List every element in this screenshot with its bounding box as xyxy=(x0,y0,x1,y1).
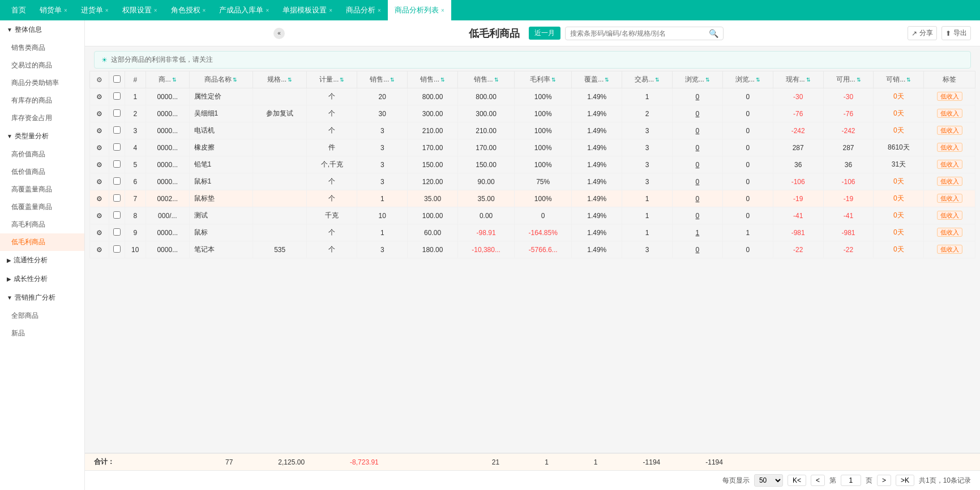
col-sales-price[interactable]: 销售...⇅ xyxy=(408,71,458,88)
nav-product-analysis-list-close[interactable]: × xyxy=(441,7,444,14)
nav-template-settings-close[interactable]: × xyxy=(329,7,332,14)
cell-checkbox[interactable] xyxy=(109,173,125,190)
nav-product-analysis[interactable]: 商品分析 × xyxy=(339,0,388,20)
nav-purchase[interactable]: 进货单 × xyxy=(74,0,115,20)
select-all-checkbox[interactable] xyxy=(113,75,121,83)
browse1-link[interactable]: 1 xyxy=(696,229,700,237)
col-spec[interactable]: 规格...⇅ xyxy=(253,71,307,88)
row-checkbox[interactable] xyxy=(113,228,121,236)
cell-browse1[interactable]: 0 xyxy=(673,190,723,207)
nav-product-analysis-list[interactable]: 商品分析列表 × xyxy=(388,0,451,20)
sidebar-item-traded-products[interactable]: 交易过的商品 xyxy=(0,57,84,74)
cell-browse1[interactable]: 0 xyxy=(673,241,723,258)
row-checkbox[interactable] xyxy=(113,143,121,151)
sidebar-item-high-value[interactable]: 高价值商品 xyxy=(0,146,84,163)
nav-home[interactable]: 首页 xyxy=(5,0,33,20)
col-current-stock[interactable]: 现有...⇅ xyxy=(773,71,823,88)
nav-roles[interactable]: 角色授权 × xyxy=(164,0,213,20)
cell-settings[interactable]: ⚙ xyxy=(90,122,109,139)
per-page-select[interactable]: 50 100 xyxy=(754,474,783,487)
sidebar-item-low-value[interactable]: 低价值商品 xyxy=(0,163,84,181)
sidebar-section-circulation[interactable]: ▶ 流通性分析 xyxy=(0,251,84,270)
cell-checkbox[interactable] xyxy=(109,190,125,207)
browse1-link[interactable]: 0 xyxy=(696,144,700,152)
cell-browse1[interactable]: 0 xyxy=(673,173,723,190)
gear-icon[interactable]: ⚙ xyxy=(96,178,102,186)
row-checkbox[interactable] xyxy=(113,245,121,253)
sidebar-item-high-margin[interactable]: 高毛利商品 xyxy=(0,216,84,233)
nav-permissions-close[interactable]: × xyxy=(154,7,157,14)
search-input[interactable] xyxy=(570,29,709,37)
row-checkbox[interactable] xyxy=(113,211,121,219)
browse1-link[interactable]: 0 xyxy=(696,178,700,186)
nav-product-stock-close[interactable]: × xyxy=(266,7,269,14)
gear-icon[interactable]: ⚙ xyxy=(96,246,102,254)
row-checkbox[interactable] xyxy=(113,92,121,100)
gear-icon[interactable]: ⚙ xyxy=(96,212,102,220)
col-name[interactable]: 商品名称⇅ xyxy=(189,71,253,88)
gear-icon[interactable]: ⚙ xyxy=(96,144,102,152)
sidebar-section-type-analysis[interactable]: ▼ 类型量分析 xyxy=(0,127,84,146)
sidebar-item-low-coverage[interactable]: 低覆盖量商品 xyxy=(0,198,84,216)
browse1-link[interactable]: 0 xyxy=(696,246,700,254)
row-checkbox[interactable] xyxy=(113,160,121,168)
row-checkbox[interactable] xyxy=(113,194,121,202)
col-sales-profit[interactable]: 销售...⇅ xyxy=(458,71,515,88)
cell-browse1[interactable]: 0 xyxy=(673,156,723,173)
cell-settings[interactable]: ⚙ xyxy=(90,88,109,105)
cell-browse1[interactable]: 0 xyxy=(673,207,723,224)
gear-icon[interactable]: ⚙ xyxy=(96,93,102,101)
cell-checkbox[interactable] xyxy=(109,224,125,241)
gear-icon[interactable]: ⚙ xyxy=(96,195,102,203)
col-settings[interactable]: ⚙ xyxy=(90,71,109,88)
cell-browse1[interactable]: 0 xyxy=(673,139,723,156)
cell-settings[interactable]: ⚙ xyxy=(90,173,109,190)
col-cover-rate[interactable]: 覆盖...⇅ xyxy=(572,71,622,88)
last-page-button[interactable]: >K xyxy=(896,475,914,486)
browse1-link[interactable]: 0 xyxy=(696,212,700,220)
cell-settings[interactable]: ⚙ xyxy=(90,105,109,122)
cell-checkbox[interactable] xyxy=(109,105,125,122)
col-unit[interactable]: 计量...⇅ xyxy=(307,71,357,88)
nav-sales-close[interactable]: × xyxy=(64,7,67,14)
sidebar-item-category-assist-rate[interactable]: 商品分类助销率 xyxy=(0,74,84,92)
export-button[interactable]: ⬆ 导出 xyxy=(942,26,971,40)
nav-permissions[interactable]: 权限设置 × xyxy=(115,0,164,20)
nav-roles-close[interactable]: × xyxy=(203,7,206,14)
cell-settings[interactable]: ⚙ xyxy=(90,190,109,207)
cell-browse1[interactable]: 1 xyxy=(673,224,723,241)
gear-icon[interactable]: ⚙ xyxy=(96,127,102,135)
browse1-link[interactable]: 0 xyxy=(696,161,700,169)
nav-purchase-close[interactable]: × xyxy=(105,7,109,14)
sidebar-item-all-products[interactable]: 全部商品 xyxy=(0,307,84,325)
gear-icon[interactable]: ⚙ xyxy=(96,110,102,118)
nav-product-stock[interactable]: 产成品入库单 × xyxy=(212,0,276,20)
share-button[interactable]: ↗ 分享 xyxy=(908,26,937,40)
col-code[interactable]: 商...⇅ xyxy=(145,71,189,88)
cell-checkbox[interactable] xyxy=(109,122,125,139)
cell-settings[interactable]: ⚙ xyxy=(90,224,109,241)
col-trade-count[interactable]: 交易...⇅ xyxy=(622,71,673,88)
row-checkbox[interactable] xyxy=(113,177,121,185)
date-filter-button[interactable]: 近一月 xyxy=(529,27,560,40)
nav-product-analysis-close[interactable]: × xyxy=(378,7,381,14)
cell-browse1[interactable]: 0 xyxy=(673,105,723,122)
sidebar-item-in-stock[interactable]: 有库存的商品 xyxy=(0,92,84,109)
first-page-button[interactable]: K< xyxy=(788,475,806,486)
cell-checkbox[interactable] xyxy=(109,241,125,258)
sidebar-collapse-button[interactable]: « xyxy=(273,28,285,39)
browse1-link[interactable]: 0 xyxy=(696,127,700,135)
col-gross-rate[interactable]: 毛利率⇅ xyxy=(515,71,572,88)
sidebar-item-low-margin[interactable]: 低毛利商品 xyxy=(0,233,84,251)
row-checkbox[interactable] xyxy=(113,109,121,117)
nav-sales[interactable]: 销货单 × xyxy=(33,0,74,20)
cell-checkbox[interactable] xyxy=(109,139,125,156)
cell-checkbox[interactable] xyxy=(109,207,125,224)
sidebar-item-sales-products[interactable]: 销售类商品 xyxy=(0,39,84,57)
sidebar-section-general-info[interactable]: ▼ 整体信息 xyxy=(0,20,84,39)
search-icon[interactable]: 🔍 xyxy=(709,29,718,38)
gear-icon[interactable]: ⚙ xyxy=(96,229,102,237)
sidebar-item-stock-capital[interactable]: 库存资金占用 xyxy=(0,109,84,127)
cell-settings[interactable]: ⚙ xyxy=(90,139,109,156)
browse1-link[interactable]: 0 xyxy=(696,110,700,118)
